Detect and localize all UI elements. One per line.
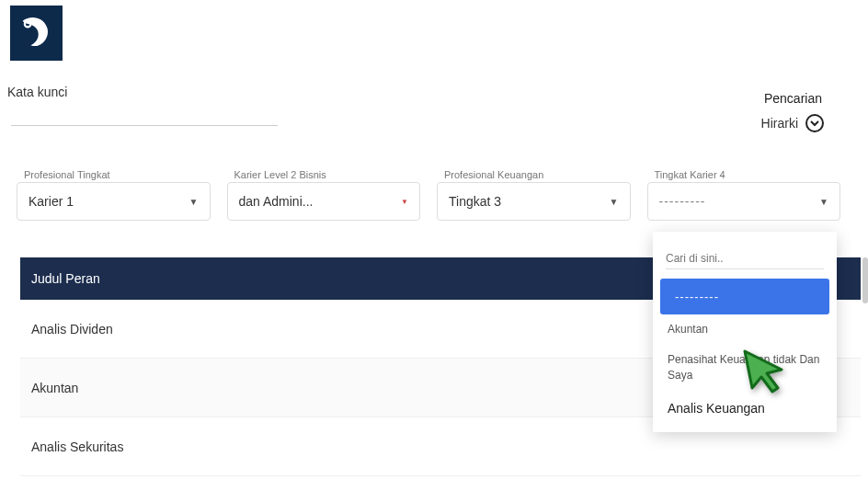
hook-logo-icon bbox=[17, 13, 57, 53]
filter-label: Karier Level 2 Bisnis bbox=[233, 169, 328, 180]
hierarchy-toggle[interactable]: Hirarki bbox=[761, 114, 824, 132]
cursor-pointer-icon bbox=[741, 348, 789, 395]
search-keyword-input[interactable] bbox=[11, 103, 278, 126]
filter-career-4[interactable]: Tingkat Karier 4 --------- ▼ bbox=[647, 182, 841, 221]
filter-career-1[interactable]: Profesional Tingkat Karier 1 ▼ bbox=[17, 182, 211, 221]
filter-value: Karier 1 bbox=[29, 194, 74, 209]
filter-career-2[interactable]: Karier Level 2 Bisnis dan Admini... ▼ bbox=[227, 182, 421, 221]
col-role-title: Judul Peran bbox=[31, 271, 100, 286]
cell-role-title: Analis Dividen bbox=[31, 322, 113, 337]
dropdown-option-analis-keuangan[interactable]: Analis Keuangan bbox=[653, 390, 837, 427]
caret-down-icon: ▼ bbox=[401, 198, 408, 206]
filter-value: dan Admini... bbox=[239, 194, 314, 209]
caret-down-icon: ▼ bbox=[189, 197, 199, 207]
career-4-dropdown: --------- Akuntan Penasihat Keuangan tid… bbox=[653, 232, 837, 432]
filter-label: Profesional Tingkat bbox=[22, 169, 112, 180]
filter-row: Profesional Tingkat Karier 1 ▼ Karier Le… bbox=[17, 182, 840, 221]
svg-point-0 bbox=[24, 21, 30, 28]
hierarchy-label: Hirarki bbox=[761, 116, 798, 131]
search-keyword-label: Kata kunci bbox=[7, 85, 67, 99]
dropdown-option-empty[interactable]: --------- bbox=[660, 279, 829, 314]
filter-career-3[interactable]: Profesional Keuangan Tingkat 3 ▼ bbox=[437, 182, 631, 221]
filter-label: Profesional Keuangan bbox=[442, 169, 545, 180]
scrollbar[interactable] bbox=[862, 257, 868, 303]
filter-value: --------- bbox=[659, 194, 706, 209]
caret-down-icon: ▼ bbox=[610, 197, 619, 207]
search-button[interactable]: Pencarian bbox=[764, 91, 822, 106]
cell-role-title: Analis Sekuritas bbox=[31, 439, 123, 454]
chevron-down-icon bbox=[805, 114, 824, 132]
filter-value: Tingkat 3 bbox=[449, 194, 501, 209]
dropdown-option-akuntan[interactable]: Akuntan bbox=[653, 314, 837, 345]
cell-role-title: Akuntan bbox=[31, 381, 78, 395]
filter-label: Tingkat Karier 4 bbox=[653, 169, 727, 180]
app-logo bbox=[10, 6, 63, 61]
dropdown-search-input[interactable] bbox=[666, 248, 824, 269]
caret-down-icon: ▼ bbox=[819, 197, 828, 207]
